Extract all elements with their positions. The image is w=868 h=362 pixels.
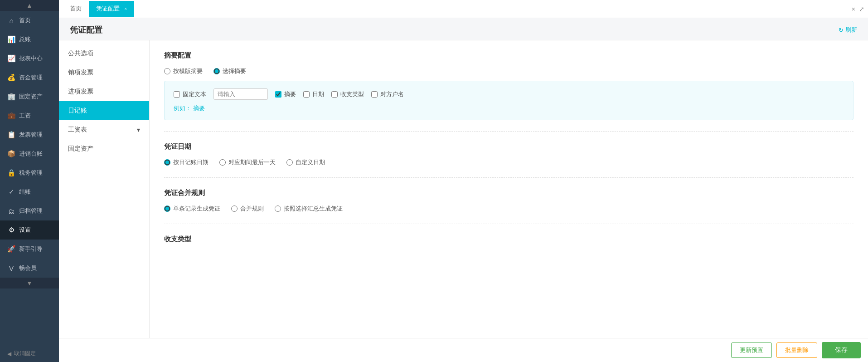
window-controls: × ⤢ <box>852 5 864 13</box>
fixed-assets-icon: 🏢 <box>7 93 15 101</box>
settings-icon: ⚙ <box>7 226 15 234</box>
left-nav-fixed-assets[interactable]: 固定资产 <box>59 139 149 158</box>
page-header: 凭证配置 ↻ 刷新 <box>59 18 868 40</box>
save-button[interactable]: 保存 <box>822 342 861 358</box>
tab-voucher-config[interactable]: 凭证配置 × <box>89 1 134 17</box>
summary-section: 摘要配置 按模版摘要 选择摘要 <box>164 51 853 132</box>
merge-radio-rule[interactable]: 合并规则 <box>231 205 264 213</box>
checkbox-counterpart[interactable]: 对方户名 <box>371 90 404 98</box>
guide-icon: 🚀 <box>7 245 15 253</box>
left-nav: 公共选项 销项发票 进项发票 日记账 工资表 ▾ 固定资产 <box>59 40 150 338</box>
sidebar: ▲ ⌂ 首页 📊 总账 📈 报表中心 💰 资金管理 🏢 固定资产 💼 工资 📋 … <box>0 0 59 362</box>
sidebar-item-ledger[interactable]: 📊 总账 <box>0 30 59 49</box>
batch-delete-button[interactable]: 批量删除 <box>776 342 817 358</box>
income-type-checkbox[interactable] <box>331 91 338 98</box>
left-nav-payroll-table[interactable]: 工资表 ▾ <box>59 120 149 139</box>
summary-section-title: 摘要配置 <box>164 51 853 60</box>
summary-select-radio[interactable] <box>213 68 220 74</box>
sidebar-scroll-up[interactable]: ▲ <box>0 0 59 11</box>
summary-radio-select[interactable]: 选择摘要 <box>213 67 246 75</box>
vip-icon: V <box>7 264 15 272</box>
date-radio-last-period[interactable]: 对应期间最后一天 <box>219 158 276 166</box>
refresh-button[interactable]: ↻ 刷新 <box>839 26 857 34</box>
merge-section-title: 凭证合并规则 <box>164 189 853 197</box>
date-checkbox[interactable] <box>303 91 310 98</box>
journal-date-radio[interactable] <box>164 159 170 166</box>
merge-radio-single[interactable]: 单条记录生成凭证 <box>164 205 220 213</box>
window-maximize-btn[interactable]: ⤢ <box>859 5 864 13</box>
sidebar-item-vip[interactable]: V 畅会员 <box>0 259 59 278</box>
sidebar-scroll-down[interactable]: ▼ <box>0 278 59 289</box>
merge-radio-select[interactable]: 按照选择汇总生成凭证 <box>275 205 343 213</box>
date-section-title: 凭证日期 <box>164 142 853 151</box>
settlement-icon: ✓ <box>7 188 15 196</box>
merge-radio-group: 单条记录生成凭证 合并规则 按照选择汇总生成凭证 <box>164 205 853 213</box>
content-area: 公共选项 销项发票 进项发票 日记账 工资表 ▾ 固定资产 <box>59 40 868 338</box>
window-close-btn[interactable]: × <box>852 5 855 13</box>
sidebar-item-settlement[interactable]: ✓ 结账 <box>0 182 59 201</box>
checkbox-income-type[interactable]: 收支类型 <box>331 90 364 98</box>
summary-config-box: 固定文本 摘要 日期 <box>164 81 853 120</box>
left-nav-sales-invoice[interactable]: 销项发票 <box>59 63 149 82</box>
tax-icon: 🔒 <box>7 169 15 177</box>
tab-bar: 首页 凭证配置 × × ⤢ <box>59 0 868 18</box>
date-radio-custom[interactable]: 自定义日期 <box>286 158 325 166</box>
update-preview-button[interactable]: 更新预置 <box>731 342 772 358</box>
pin-icon: ◀ <box>7 351 11 357</box>
sidebar-item-guide[interactable]: 🚀 新手引导 <box>0 240 59 259</box>
date-radio-journal[interactable]: 按日记账日期 <box>164 158 209 166</box>
summary-template-radio[interactable] <box>164 68 170 74</box>
income-section: 收支类型 <box>164 235 853 244</box>
funds-icon: 💰 <box>7 73 15 82</box>
summary-checkbox-row: 固定文本 摘要 日期 <box>174 88 844 100</box>
sidebar-item-payroll[interactable]: 💼 工资 <box>0 106 59 125</box>
single-record-radio[interactable] <box>164 205 170 212</box>
refresh-icon: ↻ <box>839 27 844 34</box>
left-nav-journal[interactable]: 日记账 <box>59 101 149 120</box>
purchase-sales-icon: 📦 <box>7 150 15 158</box>
last-period-radio[interactable] <box>219 159 226 166</box>
summary-radio-template[interactable]: 按模版摘要 <box>164 67 203 75</box>
counterpart-checkbox[interactable] <box>371 91 378 98</box>
invoice-mgmt-icon: 📋 <box>7 131 15 139</box>
checkbox-abstract[interactable]: 摘要 <box>275 90 296 98</box>
custom-date-radio[interactable] <box>286 159 293 166</box>
income-section-title: 收支类型 <box>164 235 853 244</box>
merge-section: 凭证合并规则 单条记录生成凭证 合并规则 按照选择汇总生成凭证 <box>164 189 853 224</box>
page-title: 凭证配置 <box>70 24 102 35</box>
fixed-text-checkbox[interactable] <box>174 91 180 98</box>
date-section: 凭证日期 按日记账日期 对应期间最后一天 自定义日期 <box>164 142 853 178</box>
sidebar-item-invoice-mgmt[interactable]: 📋 发票管理 <box>0 125 59 144</box>
sidebar-item-tax[interactable]: 🔒 税务管理 <box>0 163 59 182</box>
tab-home[interactable]: 首页 <box>63 1 89 17</box>
date-radio-group: 按日记账日期 对应期间最后一天 自定义日期 <box>164 158 853 166</box>
archive-icon: 🗂 <box>7 207 15 215</box>
ledger-icon: 📊 <box>7 35 15 44</box>
sidebar-item-fixed-assets[interactable]: 🏢 固定资产 <box>0 87 59 106</box>
checkbox-date[interactable]: 日期 <box>303 90 324 98</box>
main-content: 首页 凭证配置 × × ⤢ 凭证配置 ↻ 刷新 公共选项 <box>59 0 868 362</box>
sidebar-item-reports[interactable]: 📈 报表中心 <box>0 49 59 68</box>
tab-close-icon[interactable]: × <box>124 6 127 11</box>
sidebar-item-funds[interactable]: 💰 资金管理 <box>0 68 59 87</box>
select-merge-radio[interactable] <box>275 205 281 212</box>
sidebar-item-purchase-sales[interactable]: 📦 进销台账 <box>0 144 59 163</box>
summary-example: 例如： 摘要 <box>174 104 844 113</box>
sidebar-item-archive[interactable]: 🗂 归档管理 <box>0 201 59 220</box>
summary-radio-group: 按模版摘要 选择摘要 <box>164 67 853 75</box>
payroll-icon: 💼 <box>7 112 15 120</box>
fixed-text-input[interactable] <box>213 88 268 100</box>
left-nav-purchase-invoice[interactable]: 进项发票 <box>59 82 149 101</box>
right-content: 摘要配置 按模版摘要 选择摘要 <box>150 40 868 338</box>
abstract-checkbox[interactable] <box>275 91 281 98</box>
merge-rule-radio[interactable] <box>231 205 238 212</box>
home-icon: ⌂ <box>7 17 15 24</box>
sidebar-item-home[interactable]: ⌂ 首页 <box>0 11 59 30</box>
left-nav-public[interactable]: 公共选项 <box>59 44 149 63</box>
cancel-pin-button[interactable]: ◀ 取消固定 <box>0 345 59 362</box>
reports-icon: 📈 <box>7 54 15 63</box>
sidebar-item-settings[interactable]: ⚙ 设置 <box>0 220 59 240</box>
checkbox-fixed-text[interactable]: 固定文本 <box>174 90 206 98</box>
bottom-bar: 更新预置 批量删除 保存 <box>59 338 868 362</box>
page-container: 凭证配置 ↻ 刷新 公共选项 销项发票 进项发票 日记账 <box>59 18 868 362</box>
